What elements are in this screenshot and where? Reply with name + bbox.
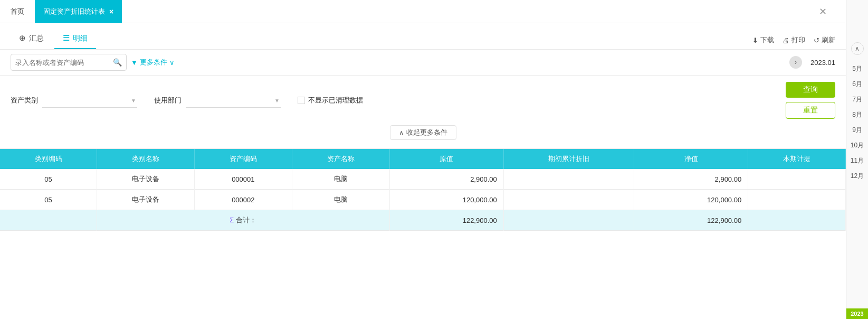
refresh-icon: ↺ xyxy=(814,36,819,44)
window-close-button[interactable]: ✕ xyxy=(808,6,837,17)
collapse-up-icon: ∧ xyxy=(399,129,404,137)
table-row: 05 电子设备 000002 电脑 120,000.00 120,000.00 xyxy=(0,190,846,210)
sidebar-scroll-up[interactable]: ∧ xyxy=(851,42,864,55)
no-cleared-checkbox[interactable] xyxy=(298,97,305,104)
sidebar-year[interactable]: 2023 xyxy=(846,308,868,319)
filter-area: 资产类别 ▼ 使用部门 ▼ 不显示已清理数 xyxy=(0,76,846,149)
refresh-label: 刷新 xyxy=(822,35,835,45)
department-field: 使用部门 ▼ xyxy=(154,93,281,108)
sidebar-month[interactable]: 8月 xyxy=(851,107,864,123)
download-label: 下载 xyxy=(760,35,774,45)
cell-net-value: 120,000.00 xyxy=(634,190,748,210)
summary-row: Σ合计： 122,900.00 122,900.00 xyxy=(0,210,846,231)
cell-accumulated-dep xyxy=(503,169,634,190)
search-input-wrap[interactable]: 🔍 xyxy=(11,54,127,71)
tab-bar: ⊕ 汇总 ☰ 明细 ⬇ 下载 🖨 打印 ↺ 刷新 xyxy=(0,23,846,50)
table-header-row: 类别编码 类别名称 资产编码 资产名称 原值 期初累计折旧 净值 本期计提 xyxy=(0,149,846,169)
col-asset-name: 资产名称 xyxy=(292,149,389,169)
cell-accumulated-dep xyxy=(503,190,634,210)
refresh-button[interactable]: ↺ 刷新 xyxy=(814,35,835,45)
asset-category-select-wrap[interactable]: ▼ xyxy=(42,93,137,108)
summary-accumulated-dep xyxy=(503,210,634,231)
col-accumulated-dep: 期初累计折旧 xyxy=(503,149,634,169)
sidebar-month[interactable]: 11月 xyxy=(851,153,864,168)
sidebar-month[interactable]: 7月 xyxy=(851,92,864,107)
collapse-label: 收起更多条件 xyxy=(406,128,447,137)
sidebar-month[interactable]: 12月 xyxy=(851,168,864,184)
tab-actions: ⬇ 下载 🖨 打印 ↺ 刷新 xyxy=(752,35,835,49)
sidebar-month[interactable]: 10月 xyxy=(851,138,864,153)
filter-icon: ▼ xyxy=(131,59,138,67)
date-display: 2023.01 xyxy=(810,59,835,67)
data-table: 类别编码 类别名称 资产编码 资产名称 原值 期初累计折旧 净值 本期计提 05… xyxy=(0,149,846,231)
download-button[interactable]: ⬇ 下载 xyxy=(752,35,774,45)
summary-icon: ⊕ xyxy=(19,27,26,49)
detail-icon: ☰ xyxy=(63,27,70,49)
cell-category-name: 电子设备 xyxy=(97,169,195,190)
cell-current-dep xyxy=(748,190,846,210)
asset-category-select[interactable] xyxy=(42,93,137,108)
summary-icon-cell xyxy=(0,210,97,231)
cell-asset-code: 000001 xyxy=(194,169,292,190)
cell-original-value: 2,900.00 xyxy=(389,169,503,190)
cell-category-code: 05 xyxy=(0,169,97,190)
table-wrap: 类别编码 类别名称 资产编码 资产名称 原值 期初累计折旧 净值 本期计提 05… xyxy=(0,149,846,319)
summary-label: Σ合计： xyxy=(97,210,389,231)
summary-original-value: 122,900.00 xyxy=(389,210,503,231)
print-icon: 🖨 xyxy=(783,36,789,44)
right-arrow-button[interactable]: › xyxy=(789,56,802,69)
sigma-icon: Σ xyxy=(230,216,234,224)
query-button[interactable]: 查询 xyxy=(786,82,835,98)
print-button[interactable]: 🖨 打印 xyxy=(783,35,805,45)
more-filter-button[interactable]: ▼ 更多条件 ∨ xyxy=(131,58,175,67)
search-input[interactable] xyxy=(15,59,111,67)
reset-button[interactable]: 重置 xyxy=(786,102,835,119)
tab-detail-label: 明细 xyxy=(73,27,88,49)
print-label: 打印 xyxy=(791,35,805,45)
sidebar-month[interactable]: 6月 xyxy=(851,77,864,92)
tab-title: 固定资产折旧统计表 xyxy=(43,0,105,23)
cell-asset-name: 电脑 xyxy=(292,169,389,190)
main-tab[interactable]: 固定资产折旧统计表 × xyxy=(35,0,122,23)
chevron-down-icon: ∨ xyxy=(169,59,175,67)
home-tab[interactable]: 首页 xyxy=(0,0,35,23)
col-category-name: 类别名称 xyxy=(97,149,195,169)
asset-category-field: 资产类别 ▼ xyxy=(11,93,137,108)
cell-current-dep xyxy=(748,169,846,190)
sidebar-month[interactable]: 9月 xyxy=(851,123,864,138)
col-asset-code: 资产编码 xyxy=(194,149,292,169)
no-cleared-wrap[interactable]: 不显示已清理数据 xyxy=(298,96,363,105)
collapse-row: ∧ 收起更多条件 xyxy=(11,125,835,140)
search-bar: 🔍 ▼ 更多条件 ∨ › 2023.01 xyxy=(0,50,846,76)
cell-category-code: 05 xyxy=(0,190,97,210)
right-sidebar: ∧ 5月6月7月8月9月10月11月12月 2023 xyxy=(846,0,868,319)
tab-close-icon[interactable]: × xyxy=(109,0,113,23)
action-buttons: 查询 重置 xyxy=(786,82,835,119)
no-cleared-label: 不显示已清理数据 xyxy=(308,96,363,105)
search-icon[interactable]: 🔍 xyxy=(113,58,122,67)
cell-asset-name: 电脑 xyxy=(292,190,389,210)
top-nav: 首页 固定资产折旧统计表 × ✕ xyxy=(0,0,846,23)
cell-category-name: 电子设备 xyxy=(97,190,195,210)
filter-row: 资产类别 ▼ 使用部门 ▼ 不显示已清理数 xyxy=(11,82,835,119)
department-select-wrap[interactable]: ▼ xyxy=(186,93,281,108)
tab-detail[interactable]: ☰ 明细 xyxy=(54,28,96,49)
tab-summary[interactable]: ⊕ 汇总 xyxy=(11,28,52,49)
col-current-dep: 本期计提 xyxy=(748,149,846,169)
cell-net-value: 2,900.00 xyxy=(634,169,748,190)
tab-summary-label: 汇总 xyxy=(29,27,44,49)
col-net-value: 净值 xyxy=(634,149,748,169)
table-row: 05 电子设备 000001 电脑 2,900.00 2,900.00 xyxy=(0,169,846,190)
department-label: 使用部门 xyxy=(154,96,182,105)
more-filter-label: 更多条件 xyxy=(140,58,167,67)
summary-current-dep xyxy=(748,210,846,231)
col-category-code: 类别编码 xyxy=(0,149,97,169)
download-icon: ⬇ xyxy=(752,36,758,44)
cell-asset-code: 000002 xyxy=(194,190,292,210)
department-select[interactable] xyxy=(186,93,281,108)
col-original-value: 原值 xyxy=(389,149,503,169)
sidebar-month[interactable]: 5月 xyxy=(851,61,864,77)
cell-original-value: 120,000.00 xyxy=(389,190,503,210)
summary-net-value: 122,900.00 xyxy=(634,210,748,231)
collapse-button[interactable]: ∧ 收起更多条件 xyxy=(390,125,456,140)
